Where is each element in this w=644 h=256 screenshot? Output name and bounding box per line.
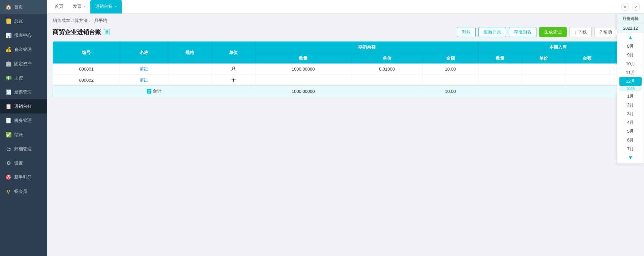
sidebar-item-tax[interactable]: 📑 税务管理 bbox=[0, 113, 47, 128]
total-qi-price bbox=[351, 86, 422, 97]
sidebar-item-label: 工资 bbox=[14, 75, 23, 81]
sidebar-item-label: 设置 bbox=[14, 160, 23, 166]
edit-title-icon[interactable]: 目 bbox=[104, 29, 110, 35]
tab-purchase-sales[interactable]: 进销台账 × bbox=[90, 0, 121, 14]
total-row: 合 合计 1000.00000 10.00 bbox=[53, 86, 638, 97]
archive-icon: 🗂 bbox=[5, 146, 11, 152]
month-panel-year: 2022.12 bbox=[617, 24, 644, 33]
cell-rk-amount bbox=[565, 63, 609, 75]
cell-qi-price: 0.01000 bbox=[351, 63, 422, 75]
sidebar-item-report[interactable]: 📊 报表中心 bbox=[0, 28, 47, 43]
sidebar-item-label: 结账 bbox=[14, 132, 23, 138]
tab-invoice[interactable]: 发票 × bbox=[68, 0, 90, 14]
vip-icon: V bbox=[5, 189, 11, 195]
ledger-icon: 📒 bbox=[5, 18, 11, 24]
sidebar-item-label: 新手引导 bbox=[14, 174, 32, 180]
sidebar-item-ledger[interactable]: 📒 总账 bbox=[0, 14, 47, 28]
sidebar-item-label: 固定资产 bbox=[14, 61, 32, 67]
month-6[interactable]: 6月 bbox=[617, 136, 644, 145]
month-4[interactable]: 4月 bbox=[617, 118, 644, 127]
cost-method-label: 销售成本计算方法： bbox=[53, 18, 92, 24]
col-header-qichu: 期初余额 bbox=[255, 42, 478, 53]
download-button[interactable]: ↓ 下载 bbox=[569, 27, 592, 37]
sidebar-item-purchase-sales[interactable]: 📋 进销台账 bbox=[0, 99, 47, 113]
guide-icon: 🎯 bbox=[5, 174, 11, 180]
reopen-button[interactable]: 重新开账 bbox=[478, 27, 506, 37]
tab-invoice-label: 发票 bbox=[73, 3, 82, 9]
sidebar-item-label: 畅会员 bbox=[14, 188, 27, 195]
toolbar-buttons: 对账 重新开账 存报别名 生成凭证 ↓ 下载 ? 帮助 刷新 bbox=[457, 27, 639, 37]
col-header-id: 编号 bbox=[53, 42, 120, 63]
help-button[interactable]: ? 帮助 bbox=[594, 27, 617, 37]
cell-qi-qty bbox=[255, 75, 351, 86]
savename-button[interactable]: 存报别名 bbox=[509, 27, 536, 37]
col-header-unit: 单位 bbox=[212, 42, 255, 63]
col-sub-qi-price: 单价 bbox=[351, 53, 422, 64]
home-icon: 🏠 bbox=[5, 4, 11, 10]
assets-icon: 🏢 bbox=[5, 61, 11, 67]
cell-rk-price bbox=[522, 63, 565, 75]
tab-home[interactable]: 首页 bbox=[50, 0, 68, 14]
content-area: 销售成本计算方法： 月平均 商贸企业进销台账 目 对账 重新开账 存报别名 生成… bbox=[47, 14, 644, 256]
month-10[interactable]: 10月 bbox=[617, 59, 644, 68]
col-header-spec: 规格 bbox=[168, 42, 211, 63]
col-header-bqrk: 本期入库 bbox=[478, 42, 638, 53]
sidebar-item-label: 总账 bbox=[14, 18, 23, 24]
sidebar-item-archive[interactable]: 🗂 归档管理 bbox=[0, 142, 47, 156]
generate-button[interactable]: 生成凭证 bbox=[539, 27, 567, 37]
month-8[interactable]: 8月 bbox=[617, 42, 644, 51]
sidebar-item-assets[interactable]: 🏢 固定资产 bbox=[0, 57, 47, 71]
maximize-button[interactable]: ⤢ bbox=[632, 3, 640, 11]
total-icon: 合 bbox=[147, 89, 151, 94]
sidebar-item-label: 进销台账 bbox=[14, 103, 32, 109]
ledger-table: 编号 名称 规格 单位 期初余额 本期入库 数量 单价 金额 数量 单价 金额 bbox=[53, 42, 638, 97]
sidebar-item-vip[interactable]: V 畅会员 bbox=[0, 184, 47, 199]
cell-unit: 只 bbox=[212, 63, 255, 75]
funds-icon: 💰 bbox=[5, 47, 11, 53]
cell-rk-qty bbox=[478, 75, 522, 86]
tab-home-label: 首页 bbox=[55, 3, 63, 9]
month-5[interactable]: 5月 bbox=[617, 127, 644, 136]
sidebar-item-home[interactable]: 🏠 首页 bbox=[0, 0, 47, 14]
duizhang-button[interactable]: 对账 bbox=[457, 27, 476, 37]
cell-id: 000002 bbox=[53, 75, 120, 86]
tab-purchase-sales-close[interactable]: × bbox=[115, 4, 117, 8]
total-qi-qty: 1000.00000 bbox=[255, 86, 351, 97]
sidebar-item-salary[interactable]: 💵 工资 bbox=[0, 71, 47, 85]
month-1[interactable]: 1月 bbox=[617, 92, 644, 101]
settings-icon: ⚙ bbox=[5, 160, 11, 166]
col-sub-rk-amount: 金额 bbox=[565, 53, 609, 64]
year-2023-label: 2023 bbox=[619, 86, 642, 91]
cell-rk-qty bbox=[478, 63, 522, 75]
sidebar-item-label: 首页 bbox=[14, 4, 23, 10]
invoice-mgmt-icon: 🧾 bbox=[5, 89, 11, 95]
scroll-up-arrow[interactable]: ▲ bbox=[617, 33, 644, 42]
sidebar-item-funds[interactable]: 💰 资金管理 bbox=[0, 43, 47, 57]
month-12[interactable]: 12月 bbox=[619, 77, 642, 86]
month-3[interactable]: 3月 bbox=[617, 109, 644, 118]
sidebar-item-settings[interactable]: ⚙ 设置 bbox=[0, 156, 47, 170]
cell-rk-price bbox=[522, 75, 565, 86]
month-2[interactable]: 2月 bbox=[617, 101, 644, 109]
sidebar-item-guide[interactable]: 🎯 新手引导 bbox=[0, 170, 47, 184]
report-icon: 📊 bbox=[5, 32, 11, 39]
page-title-text: 商贸企业进销台账 bbox=[53, 28, 101, 36]
tab-invoice-close[interactable]: × bbox=[84, 4, 86, 8]
tax-icon: 📑 bbox=[5, 118, 11, 124]
month-9[interactable]: 9月 bbox=[617, 51, 644, 59]
tab-purchase-sales-label: 进销台账 bbox=[95, 3, 113, 9]
sidebar-item-checkout[interactable]: ✅ 结账 bbox=[0, 128, 47, 142]
close-button[interactable]: × bbox=[621, 3, 629, 11]
month-panel-header: 月份选择 bbox=[617, 14, 644, 24]
cell-id: 000001 bbox=[53, 63, 120, 75]
month-11[interactable]: 11月 bbox=[617, 68, 644, 77]
sidebar-item-label: 税务管理 bbox=[14, 118, 32, 124]
scroll-down-arrow[interactable]: ▼ bbox=[617, 153, 644, 162]
cell-spec bbox=[168, 63, 211, 75]
purchase-sales-icon: 📋 bbox=[5, 103, 11, 109]
sidebar-item-invoice-mgmt[interactable]: 🧾 发票管理 bbox=[0, 85, 47, 99]
month-7[interactable]: 7月 bbox=[617, 145, 644, 153]
sidebar-item-label: 发票管理 bbox=[14, 89, 32, 95]
cost-method-bar: 销售成本计算方法： 月平均 bbox=[53, 18, 639, 24]
total-rk-amount bbox=[565, 86, 609, 97]
